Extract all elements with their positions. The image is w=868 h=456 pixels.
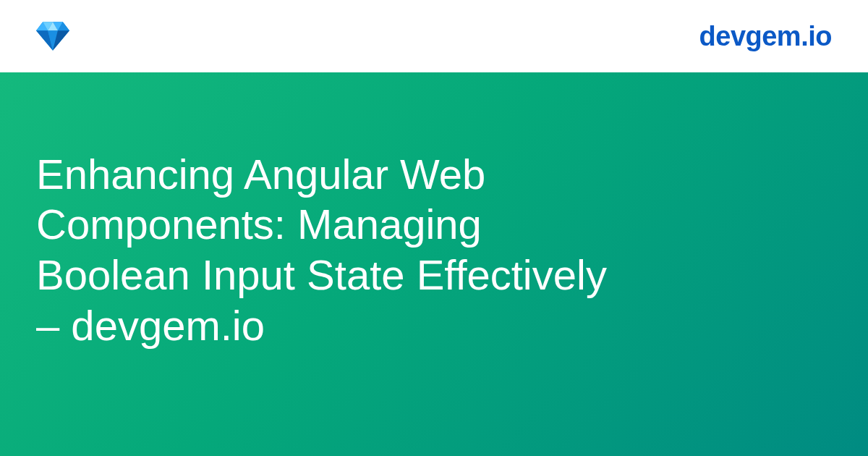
social-card: devgem.io Enhancing Angular Web Componen… xyxy=(0,0,868,456)
brand-wordmark: devgem.io xyxy=(699,21,832,52)
page-title: Enhancing Angular Web Components: Managi… xyxy=(36,149,615,350)
hero-panel: Enhancing Angular Web Components: Managi… xyxy=(0,72,868,456)
gem-icon xyxy=(36,22,69,51)
header-bar: devgem.io xyxy=(0,0,868,72)
